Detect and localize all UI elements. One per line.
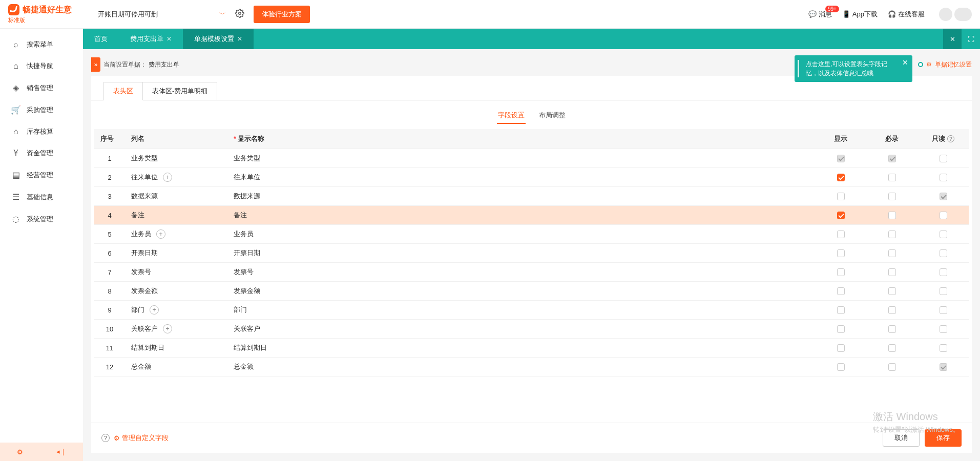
add-button[interactable]: +	[163, 324, 172, 333]
sidebar-item[interactable]: ¥资金管理	[0, 142, 83, 164]
checkbox[interactable]	[888, 287, 896, 295]
checkbox[interactable]	[888, 306, 896, 314]
checkbox[interactable]	[837, 212, 845, 219]
memory-settings-link[interactable]: ⚙ 单据记忆设置	[918, 60, 972, 69]
manage-custom-fields-link[interactable]: ⚙ 管理自定义字段	[114, 433, 169, 443]
checkbox[interactable]	[940, 230, 947, 238]
sidebar-item[interactable]: ⌂快捷导航	[0, 55, 83, 77]
cell-name: 部门+	[125, 301, 227, 320]
checkbox[interactable]	[837, 306, 845, 314]
add-button[interactable]: +	[163, 173, 172, 182]
checkbox[interactable]	[837, 268, 845, 276]
tab[interactable]: 费用支出单✕	[119, 29, 183, 49]
app-download-button[interactable]: 📱 App下载	[842, 10, 878, 19]
checkbox[interactable]	[940, 287, 947, 295]
sub-tab[interactable]: 字段设置	[497, 108, 526, 124]
table-row[interactable]: 8发票金额发票金额	[94, 282, 969, 301]
add-button[interactable]: +	[150, 305, 159, 315]
avatar-group[interactable]	[939, 8, 972, 21]
sidebar-item[interactable]: ◌系统管理	[0, 208, 83, 230]
checkbox[interactable]	[888, 344, 896, 352]
close-icon[interactable]: ✕	[237, 35, 242, 43]
checkbox[interactable]	[940, 249, 947, 257]
customer-service-button[interactable]: 🎧 在线客服	[888, 10, 925, 19]
cta-button[interactable]: 体验行业方案	[254, 6, 310, 23]
cancel-button[interactable]: 取消	[883, 429, 920, 447]
settings-icon[interactable]: ⚙	[17, 448, 23, 456]
table-row[interactable]: 6开票日期开票日期	[94, 244, 969, 263]
table-row[interactable]: 11结算到期日结算到期日	[94, 339, 969, 358]
gear-icon[interactable]	[235, 9, 244, 19]
close-all-tabs-button[interactable]: ✕	[943, 29, 962, 49]
cell-display[interactable]: 数据来源	[227, 187, 815, 206]
cell-display[interactable]: 业务类型	[227, 149, 815, 168]
nav-label: 快捷导航	[27, 61, 53, 71]
sidebar-item[interactable]: ☰基础信息	[0, 186, 83, 208]
tab[interactable]: 单据模板设置✕	[183, 29, 254, 49]
cell-display[interactable]: 结算到期日	[227, 339, 815, 358]
help-icon[interactable]: ?	[947, 135, 954, 142]
checkbox[interactable]	[888, 230, 896, 238]
cell-display[interactable]: 发票金额	[227, 282, 815, 301]
checkbox[interactable]	[888, 174, 896, 181]
table-row[interactable]: 7发票号发票号	[94, 263, 969, 282]
checkbox[interactable]	[837, 230, 845, 238]
account-select[interactable]: 开账日期可停用可删 ﹀	[98, 10, 226, 19]
checkbox[interactable]	[837, 344, 845, 352]
checkbox[interactable]	[888, 325, 896, 333]
close-icon[interactable]: ✕	[166, 35, 172, 43]
cell-display[interactable]: 备注	[227, 206, 815, 225]
cell-display[interactable]: 部门	[227, 301, 815, 320]
checkbox[interactable]	[940, 174, 947, 181]
sub-tab[interactable]: 布局调整	[538, 108, 567, 124]
fullscreen-button[interactable]: ⛶	[962, 29, 980, 49]
table-scroll[interactable]: 序号 列名 *显示名称 显示 必录 只读? 1业务类型业务类型2往来单位+往来单…	[94, 129, 969, 423]
table-row[interactable]: 9部门+部门	[94, 301, 969, 320]
checkbox[interactable]	[888, 212, 896, 219]
messages-button[interactable]: 💬 消息 99+	[808, 10, 832, 19]
add-button[interactable]: +	[156, 229, 165, 239]
checkbox[interactable]	[940, 155, 947, 162]
checkbox[interactable]	[837, 363, 845, 371]
tab[interactable]: 首页	[83, 29, 119, 49]
collapse-icon[interactable]: ◂｜	[56, 447, 67, 456]
sidebar-item[interactable]: ◈销售管理	[0, 77, 83, 99]
sidebar-item[interactable]: ⌂库存核算	[0, 121, 83, 142]
checkbox[interactable]	[888, 249, 896, 257]
checkbox[interactable]	[888, 193, 896, 200]
zone-tab[interactable]: 表体区-费用单明细	[142, 82, 217, 100]
expand-handle[interactable]: »	[91, 57, 100, 72]
checkbox[interactable]	[888, 268, 896, 276]
checkbox[interactable]	[837, 174, 845, 181]
table-row[interactable]: 3数据来源数据来源	[94, 187, 969, 206]
help-icon[interactable]: ?	[101, 434, 110, 442]
table-row[interactable]: 2往来单位+往来单位	[94, 168, 969, 187]
checkbox[interactable]	[837, 325, 845, 333]
checkbox[interactable]	[940, 325, 947, 333]
sidebar-item[interactable]: ▤经营管理	[0, 164, 83, 186]
cell-display[interactable]: 总金额	[227, 358, 815, 376]
checkbox[interactable]	[837, 193, 845, 200]
save-button[interactable]: 保存	[925, 429, 962, 447]
checkbox[interactable]	[940, 306, 947, 314]
cell-display[interactable]: 往来单位	[227, 168, 815, 187]
sidebar-item[interactable]: ⌕搜索菜单	[0, 34, 83, 55]
checkbox[interactable]	[940, 268, 947, 276]
zone-tab[interactable]: 表头区	[103, 82, 143, 100]
cell-display[interactable]: 发票号	[227, 263, 815, 282]
table-row[interactable]: 4备注备注	[94, 206, 969, 225]
sidebar-item[interactable]: 🛒采购管理	[0, 99, 83, 121]
checkbox[interactable]	[940, 344, 947, 352]
table-row[interactable]: 10关联客户+关联客户	[94, 320, 969, 339]
close-icon[interactable]: ✕	[902, 57, 908, 68]
checkbox[interactable]	[940, 212, 947, 219]
cell-display[interactable]: 关联客户	[227, 320, 815, 339]
cell-display[interactable]: 业务员	[227, 225, 815, 244]
checkbox[interactable]	[888, 363, 896, 371]
checkbox[interactable]	[837, 249, 845, 257]
checkbox[interactable]	[837, 287, 845, 295]
cell-display[interactable]: 开票日期	[227, 244, 815, 263]
table-row[interactable]: 1业务类型业务类型	[94, 149, 969, 168]
table-row[interactable]: 5业务员+业务员	[94, 225, 969, 244]
table-row[interactable]: 12总金额总金额	[94, 358, 969, 376]
